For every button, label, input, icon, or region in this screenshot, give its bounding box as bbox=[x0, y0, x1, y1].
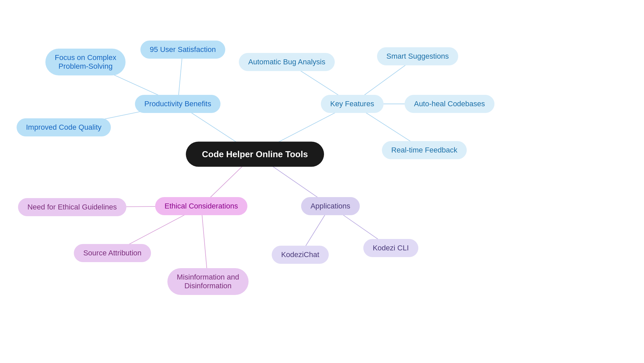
node-kodezi-cli[interactable]: Kodezi CLI bbox=[363, 239, 418, 257]
node-misinformation[interactable]: Misinformation andDisinformation bbox=[167, 268, 249, 295]
node-productivity-benefits[interactable]: Productivity Benefits bbox=[135, 95, 220, 113]
node-auto-heal[interactable]: Auto-heal Codebases bbox=[405, 95, 494, 113]
node-key-features[interactable]: Key Features bbox=[321, 95, 384, 113]
node-need-ethical[interactable]: Need for Ethical Guidelines bbox=[18, 198, 126, 216]
node-realtime-feedback[interactable]: Real-time Feedback bbox=[382, 141, 467, 159]
node-automatic-bug[interactable]: Automatic Bug Analysis bbox=[239, 53, 335, 71]
node-smart-suggestions[interactable]: Smart Suggestions bbox=[377, 47, 458, 65]
node-focus-complex[interactable]: Focus on ComplexProblem-Solving bbox=[45, 49, 125, 75]
node-ethical-considerations[interactable]: Ethical Considerations bbox=[155, 197, 248, 215]
mindmap-container: Code Helper Online ToolsProductivity Ben… bbox=[0, 0, 644, 363]
node-applications[interactable]: Applications bbox=[301, 197, 360, 215]
node-improved-code[interactable]: Improved Code Quality bbox=[17, 118, 111, 136]
node-user-satisfaction[interactable]: 95 User Satisfaction bbox=[141, 41, 225, 59]
center-node[interactable]: Code Helper Online Tools bbox=[186, 142, 324, 167]
node-source-attribution[interactable]: Source Attribution bbox=[74, 244, 151, 262]
node-kodezi-chat[interactable]: KodeziChat bbox=[272, 246, 329, 264]
